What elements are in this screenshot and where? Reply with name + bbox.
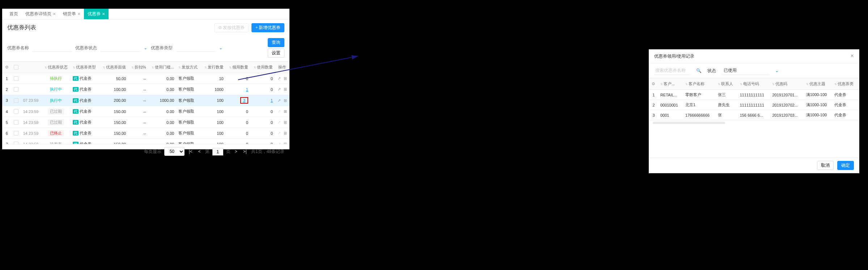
qr-icon[interactable]: ⊞ xyxy=(284,109,287,114)
checkbox-all[interactable] xyxy=(14,65,18,70)
close-icon[interactable]: ✕ xyxy=(102,12,105,16)
coupon-search-input[interactable]: 搜索优惠券名称 xyxy=(654,66,690,75)
face-col[interactable]: ⇅优惠券面值 xyxy=(99,62,128,73)
table-row[interactable]: 3 07 23:59 执行中 代 代金券 200.00 -- 1000.00 客… xyxy=(2,95,289,106)
phone-col[interactable]: ⇅电话号码 xyxy=(738,78,770,90)
usage-table: ⚙ ⇅客户... ⇅客户名称 ⇅联系人 ⇅电话号码 ⇅优惠码 ⇅优惠主题 ⇅优惠… xyxy=(649,78,859,120)
first-page-icon[interactable]: |< xyxy=(187,149,194,154)
tab-home[interactable]: 首页 xyxy=(6,9,22,19)
table-row[interactable]: 4 14 23:59 已过期 代 代金券 150.00 -- 0.00 客户领取… xyxy=(2,106,289,117)
search-icon[interactable]: 🔍 xyxy=(696,68,702,73)
status-col[interactable]: ⇅优惠券状态 xyxy=(42,62,71,73)
page-input[interactable] xyxy=(212,148,223,155)
row-checkbox[interactable] xyxy=(11,73,21,84)
table-row[interactable]: 7 14 23:59 待发布 代 代金券 150.00 -- 0.00 客户领取… xyxy=(2,139,289,144)
thresh-col[interactable]: ⇅使用门槛... xyxy=(148,62,177,73)
row-claim[interactable]: 1 xyxy=(226,84,250,95)
row-claim[interactable]: 0 xyxy=(226,128,250,139)
per-page-select[interactable]: 50 xyxy=(164,147,185,156)
contact-col[interactable]: ⇅联系人 xyxy=(716,78,738,90)
share-icon[interactable]: ↗ xyxy=(278,98,281,103)
code-col[interactable]: ⇅优惠码 xyxy=(770,78,804,90)
search-button[interactable]: 查询 xyxy=(268,38,284,47)
name-input[interactable] xyxy=(33,44,72,52)
close-icon[interactable]: ✕ xyxy=(77,12,80,16)
cancel-button[interactable]: 取消 xyxy=(817,161,834,170)
row-use[interactable]: 0 xyxy=(250,139,275,144)
gear-col[interactable]: ⚙ xyxy=(649,78,658,90)
share-icon[interactable]: ↗ xyxy=(278,120,281,125)
tab-coupon-detail[interactable]: 优惠券详情页✕ xyxy=(22,9,59,19)
row-disc: -- xyxy=(128,73,148,84)
qr-icon[interactable]: ⊞ xyxy=(284,131,287,136)
filter-name: 优惠券名称 xyxy=(7,44,72,52)
next-page-icon[interactable]: > xyxy=(233,149,239,154)
qr-icon[interactable]: ⊞ xyxy=(284,98,287,103)
row-checkbox[interactable] xyxy=(11,139,21,144)
disc-col[interactable]: ⇅折扣% xyxy=(128,62,148,73)
share-icon[interactable]: ↗ xyxy=(278,142,281,144)
status-select[interactable]: 已使用 xyxy=(722,66,769,75)
scrollbar[interactable] xyxy=(653,122,725,124)
tab-sales-order[interactable]: 销货单✕ xyxy=(59,9,84,19)
row-index: 1 xyxy=(2,73,11,84)
status-select[interactable] xyxy=(101,44,140,52)
table-row[interactable]: 3 0001 17666666666 张 156 6666 6... 20191… xyxy=(649,110,859,120)
last-page-icon[interactable]: >| xyxy=(242,149,248,154)
table-row[interactable]: 2 00010001 北京1 唐先生 11111111111 201912070… xyxy=(649,100,859,110)
row-claim[interactable]: 0 xyxy=(226,117,250,128)
type-select[interactable] xyxy=(176,44,215,52)
row-use[interactable]: 0 xyxy=(250,128,275,139)
share-icon[interactable]: ↗ xyxy=(278,109,281,114)
settings-button[interactable]: 设置 xyxy=(268,49,284,58)
row-claim[interactable]: 0 xyxy=(226,139,250,144)
gear-icon[interactable]: ⚙ xyxy=(652,82,655,86)
tab-coupon[interactable]: 优惠券✕ xyxy=(84,9,109,19)
row-cust-code: 00010001 xyxy=(658,100,683,110)
share-icon[interactable]: ↗ xyxy=(278,131,281,136)
table-row[interactable]: 1 待执行 代 代金券 50.00 -- 0.00 客户领取 10 0 0 ↗⊞ xyxy=(2,73,289,84)
share-icon[interactable]: ↗ xyxy=(278,76,281,81)
row-claim[interactable]: 0 xyxy=(226,106,250,117)
row-use[interactable]: 1 xyxy=(250,95,275,106)
table-row[interactable]: 2 执行中 代 代金券 100.00 -- 0.00 客户领取 1000 1 0… xyxy=(2,84,289,95)
row-claim[interactable]: 3 xyxy=(226,95,250,106)
table-row[interactable]: 1 RETAIL... 零散客户 张三 11111111111 20191207… xyxy=(649,90,859,100)
cust-name-col[interactable]: ⇅客户名称 xyxy=(683,78,716,90)
row-checkbox[interactable] xyxy=(11,84,21,95)
ctype-col[interactable]: ⇅优惠券类 xyxy=(832,78,859,90)
table-scroll[interactable]: ⚙ ⇅优惠券状态 ⇅优惠券类型 ⇅优惠券面值 ⇅折扣% ⇅使用门槛... ⇅发放… xyxy=(2,61,289,144)
table-row[interactable]: 5 14 23:59 已过期 代 代金券 150.00 -- 0.00 客户领取… xyxy=(2,117,289,128)
row-use[interactable]: 0 xyxy=(250,73,275,84)
add-coupon-button[interactable]: 新增优惠券 xyxy=(251,23,284,32)
qr-icon[interactable]: ⊞ xyxy=(284,87,287,92)
gear-col[interactable]: ⚙ xyxy=(2,62,11,73)
cust-code-col[interactable]: ⇅客户... xyxy=(658,78,683,90)
distribute-button[interactable]: ⊘ 发放优惠券 xyxy=(214,23,249,32)
row-checkbox[interactable] xyxy=(11,128,21,139)
subject-col[interactable]: ⇅优惠主题 xyxy=(804,78,833,90)
close-icon[interactable]: ✕ xyxy=(53,12,56,16)
method-col[interactable]: ⇅发放方式 xyxy=(176,62,201,73)
prev-page-icon[interactable]: < xyxy=(197,149,202,154)
use-col[interactable]: ⇅使用数量 xyxy=(250,62,275,73)
row-checkbox[interactable] xyxy=(11,106,21,117)
row-checkbox[interactable] xyxy=(11,95,21,106)
row-checkbox[interactable] xyxy=(11,117,21,128)
confirm-button[interactable]: 确定 xyxy=(837,161,854,170)
qr-icon[interactable]: ⊞ xyxy=(284,76,287,81)
row-use[interactable]: 0 xyxy=(250,117,275,128)
share-icon[interactable]: ↗ xyxy=(278,87,281,92)
row-use[interactable]: 0 xyxy=(250,84,275,95)
claim-col[interactable]: ⇅领用数量 xyxy=(226,62,250,73)
close-icon[interactable]: ✕ xyxy=(850,53,854,59)
issue-col[interactable]: ⇅发行数量 xyxy=(201,62,226,73)
qr-icon[interactable]: ⊞ xyxy=(284,142,287,144)
gear-icon[interactable]: ⚙ xyxy=(5,65,9,69)
row-coupon-code: 2019120701... xyxy=(770,90,804,100)
row-claim[interactable]: 0 xyxy=(226,73,250,84)
type-col[interactable]: ⇅优惠券类型 xyxy=(71,62,99,73)
row-use[interactable]: 0 xyxy=(250,106,275,117)
table-row[interactable]: 6 14 23:59 已终止 代 代金券 150.00 -- 0.00 客户领取… xyxy=(2,128,289,139)
qr-icon[interactable]: ⊞ xyxy=(284,120,287,125)
